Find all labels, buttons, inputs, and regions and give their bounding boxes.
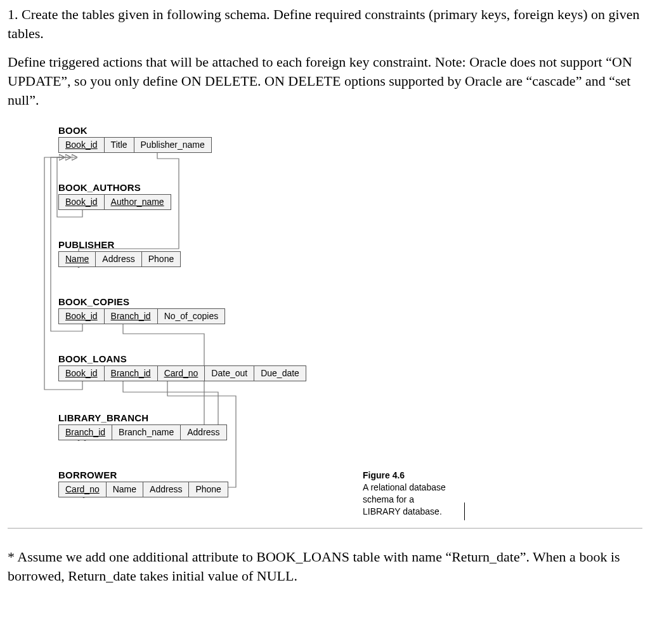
- col-address: Address: [181, 425, 226, 440]
- col-phone: Phone: [189, 482, 227, 497]
- col-book-id: Book_id: [59, 309, 105, 324]
- page-root: 1. Create the tables given in following …: [0, 0, 650, 608]
- col-branch-id: Branch_id: [105, 309, 158, 324]
- col-branch-name: Branch_name: [112, 425, 181, 440]
- table-row: Book_id Branch_id No_of_copies: [58, 308, 225, 324]
- table-book: BOOK Book_id Title Publisher_name: [58, 125, 212, 153]
- table-publisher: PUBLISHER Name Address Phone: [58, 239, 181, 267]
- footnote-paragraph: * Assume we add one additional attribute…: [8, 548, 642, 585]
- col-name: Name: [59, 252, 96, 266]
- question-paragraph-1: 1. Create the tables given in following …: [8, 5, 642, 43]
- col-phone: Phone: [142, 252, 180, 266]
- table-name: BOOK: [58, 125, 212, 136]
- table-book-loans: BOOK_LOANS Book_id Branch_id Card_no Dat…: [58, 353, 306, 381]
- figure-title: Figure 4.6: [363, 470, 446, 482]
- table-row: Name Address Phone: [58, 251, 181, 267]
- figure-line: A relational database: [363, 482, 446, 494]
- table-name: BOOK_COPIES: [58, 296, 225, 307]
- figure-line: schema for a: [363, 494, 446, 506]
- question-paragraph-2: Define triggered actions that will be at…: [8, 53, 642, 109]
- divider-line: [8, 528, 642, 529]
- table-name: LIBRARY_BRANCH: [58, 412, 227, 423]
- figure-line: LIBRARY database.: [363, 506, 446, 518]
- col-book-id: Book_id: [59, 195, 105, 209]
- col-due-date: Due_date: [254, 366, 306, 381]
- col-card-no: Card_no: [158, 366, 205, 381]
- table-book-authors: BOOK_AUTHORS Book_id Author_name: [58, 182, 171, 210]
- col-book-id: Book_id: [59, 366, 105, 381]
- col-publisher-name: Publisher_name: [134, 138, 211, 152]
- table-row: Book_id Title Publisher_name: [58, 137, 212, 153]
- table-name: BOOK_AUTHORS: [58, 182, 171, 193]
- col-branch-id: Branch_id: [105, 366, 158, 381]
- col-address: Address: [143, 482, 189, 497]
- col-no-of-copies: No_of_copies: [158, 309, 225, 324]
- table-row: Card_no Name Address Phone: [58, 482, 228, 497]
- table-row: Branch_id Branch_name Address: [58, 424, 227, 440]
- col-book-id: Book_id: [59, 138, 105, 152]
- col-branch-id: Branch_id: [59, 425, 112, 440]
- table-row: Book_id Branch_id Card_no Date_out Due_d…: [58, 365, 306, 381]
- col-date-out: Date_out: [205, 366, 254, 381]
- col-author-name: Author_name: [105, 195, 171, 209]
- table-name: BORROWER: [58, 470, 228, 480]
- col-card-no: Card_no: [59, 482, 107, 497]
- table-book-copies: BOOK_COPIES Book_id Branch_id No_of_copi…: [58, 296, 225, 324]
- text-cursor-icon: [464, 503, 465, 520]
- table-row: Book_id Author_name: [58, 194, 171, 210]
- col-name: Name: [107, 482, 143, 497]
- table-library-branch: LIBRARY_BRANCH Branch_id Branch_name Add…: [58, 412, 227, 440]
- table-name: PUBLISHER: [58, 239, 181, 250]
- table-name: BOOK_LOANS: [58, 353, 306, 364]
- table-borrower: BORROWER Card_no Name Address Phone: [58, 470, 228, 497]
- figure-caption: Figure 4.6 A relational database schema …: [363, 470, 446, 518]
- schema-diagram: BOOK Book_id Title Publisher_name BOOK_A…: [8, 122, 642, 522]
- col-address: Address: [96, 252, 141, 266]
- col-title: Title: [105, 138, 134, 152]
